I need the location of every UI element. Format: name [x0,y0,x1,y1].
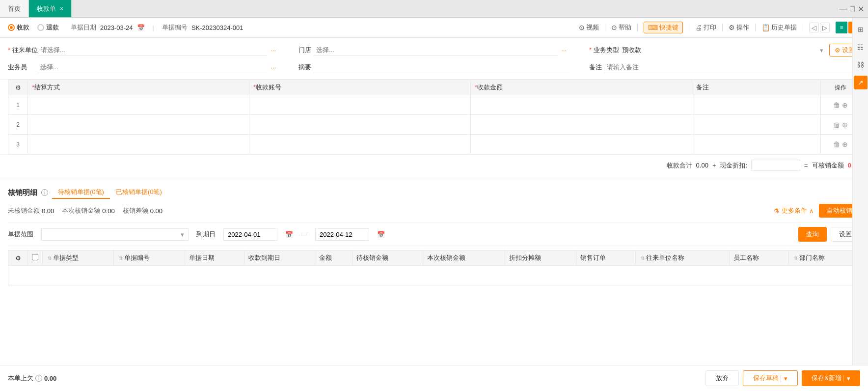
row-3-amount[interactable] [471,135,692,154]
list-view-icon[interactable]: ≡ [836,22,847,33]
row-2-delete-icon[interactable]: 🗑 [833,121,840,129]
staff-more-icon[interactable]: ··· [268,64,279,71]
row-2-remarks[interactable] [692,115,821,135]
date-range-calendar1[interactable]: 📅 [285,231,293,238]
staff-label: 业务员 [8,63,37,72]
col-settle-method: *结算方式 [28,80,249,95]
sidebar-expand-icon[interactable]: ↗ [854,76,868,89]
row-1-account[interactable] [249,95,471,115]
prev-arrow[interactable]: ◁ [809,23,819,32]
discard-btn[interactable]: 放弃 [705,370,739,386]
shortcut-label: 快捷键 [659,23,678,32]
business-type-field: 业务类型 预收款 ▾ ⚙ 设置 [589,44,860,56]
counterpart-more-icon[interactable]: ··· [268,47,279,54]
col-account: *收款账号 [249,80,471,95]
shortcut-icon: ⌨ [648,24,658,31]
minimize-icon[interactable]: — [839,4,847,13]
video-btn[interactable]: ⊙ 视频 [579,23,599,32]
verify-settings-gear-icon[interactable]: ⚙ [15,254,21,262]
next-arrow[interactable]: ▷ [820,23,830,32]
number-value: SK-20230324-001 [191,24,244,31]
verify-table-settings[interactable]: ⚙ [8,251,28,266]
staff-field: 业务员 ··· [8,61,279,73]
save-new-dropdown-icon[interactable]: ▾ [843,375,850,382]
row-3-account[interactable] [249,135,471,154]
col-doc-type: ⇅ 单据类型 [43,251,114,266]
radio-refund[interactable]: 退款 [37,23,59,32]
date-separator: — [301,231,307,238]
radio-receipt[interactable]: 收款 [8,23,29,32]
save-draft-dropdown-icon[interactable]: ▾ [781,375,787,382]
save-new-btn[interactable]: 保存&新增 ▾ [802,370,860,386]
save-draft-btn[interactable]: 保存草稿 ▾ [743,370,798,386]
discount-label: 现金折扣: [720,161,747,170]
remarks-label: 备注 [589,63,604,72]
receipt-type-group: 收款 退款 [8,23,59,32]
staff-input[interactable] [37,61,268,73]
operations-btn[interactable]: ⚙ 操作 [729,23,749,32]
info-icon[interactable]: i [35,375,42,382]
col-checkbox[interactable] [28,251,43,266]
bottom-actions: 放弃 保存草稿 ▾ 保存&新增 ▾ [705,370,860,386]
row-1-remarks[interactable] [692,95,821,115]
summary-input[interactable] [313,61,570,73]
table-settings-icon[interactable]: ⚙ [15,84,21,91]
doc-info: 单据日期 2023-03-24 📅 | 单据编号 SK-20230324-001 [71,23,243,32]
row-1-settle[interactable] [28,95,249,115]
window-close-icon[interactable]: ✕ [858,4,864,13]
row-2-settle[interactable] [28,115,249,135]
row-2-copy-icon[interactable]: ⊕ [842,121,848,129]
discount-input[interactable] [751,160,800,171]
table-settings-header[interactable]: ⚙ [8,80,28,95]
row-2-amount[interactable] [471,115,692,135]
row-1-delete-icon[interactable]: 🗑 [833,101,840,109]
row-1-num: 1 [8,95,28,115]
date-start-input[interactable] [223,228,277,241]
sidebar-list-icon[interactable]: ☷ [854,40,868,54]
unchecked-label: 未核销金额 [8,206,40,215]
range-select[interactable]: ▾ [41,228,189,241]
select-all-checkbox[interactable] [32,254,38,260]
business-type-dropdown[interactable]: ▾ [820,47,823,54]
tab-home[interactable]: 首页 [0,0,29,17]
col-amount: 金额 [315,251,353,266]
shortcut-btn[interactable]: ⌨ 快捷键 [644,22,683,33]
row-3-copy-icon[interactable]: ⊕ [842,140,848,148]
total-value: 0.00 [696,162,708,169]
sidebar-table-icon[interactable]: ⊞ [854,23,868,36]
due-date-label: 到期日 [196,230,216,239]
row-3-settle[interactable] [28,135,249,154]
help-btn[interactable]: ⊙ 帮助 [611,23,631,32]
divider2 [637,24,638,31]
row-1-copy-icon[interactable]: ⊕ [842,101,848,109]
date-end-input[interactable] [315,228,369,241]
remarks-input[interactable] [604,61,860,73]
query-btn[interactable]: 查询 [798,227,827,242]
receipt-table: ⚙ *结算方式 *收款账号 *收款金额 备注 操作 [8,80,860,154]
store-more-icon[interactable]: ··· [558,47,570,54]
tab-pending[interactable]: 待核销单据(0笔) [52,186,110,199]
row-1-amount[interactable] [471,95,692,115]
date-range-calendar2[interactable]: 📅 [377,231,385,238]
radio-refund-label: 退款 [46,23,59,32]
row-3-remarks[interactable] [692,135,821,154]
divider1 [605,24,605,31]
maximize-icon[interactable]: □ [850,4,855,13]
sidebar-link-icon[interactable]: ⛓ [854,58,868,72]
calendar-icon[interactable]: 📅 [137,24,145,31]
row-2-account[interactable] [249,115,471,135]
print-btn[interactable]: 🖨 打印 [695,23,716,32]
verify-info-icon[interactable]: i [41,189,48,196]
help-label: 帮助 [619,23,631,32]
toolbar-right: ⊙ 视频 ⊙ 帮助 ⌨ 快捷键 🖨 打印 ⚙ 操作 [579,22,860,33]
counterpart-input[interactable] [38,44,268,56]
tab-home-label: 首页 [8,4,21,13]
operations-icon: ⚙ [729,24,735,31]
tab-receipt[interactable]: 收款单 × [29,0,72,17]
row-3-delete-icon[interactable]: 🗑 [833,140,840,148]
more-conditions-btn[interactable]: ⚗ 更多条件 ∧ [774,206,814,215]
tab-done[interactable]: 已核销单据(0笔) [110,186,168,199]
history-btn[interactable]: 📋 历史单据 [761,23,797,32]
tab-close-icon[interactable]: × [60,5,63,12]
store-input[interactable] [313,44,558,56]
